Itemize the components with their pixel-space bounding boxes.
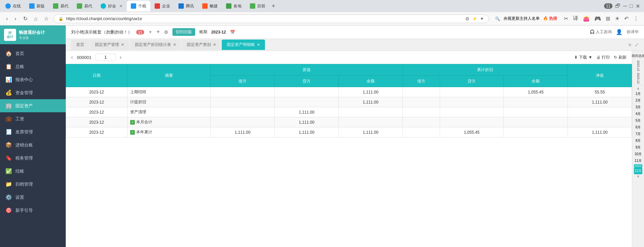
period-month-item[interactable]: 7月 [634,131,642,137]
hot-search-label[interactable]: 🔥 热搜 [543,16,557,21]
minimize-icon[interactable]: ─ [623,3,627,9]
sidebar-item-home[interactable]: 🏠 首页 [0,47,66,60]
print-button[interactable]: 🖨 打印 [596,55,610,60]
sidebar-item-guide[interactable]: 🎯 新手引导 [0,204,66,217]
period-month-item[interactable]: 4月 [634,111,642,117]
tab-muqian[interactable]: 目前 [246,1,269,11]
back-button[interactable]: ‹ [4,15,10,22]
tab-collapse-icon[interactable]: ✕ [628,42,632,48]
sidebar-item-tax[interactable]: 🔖 税务管理 [0,151,66,165]
forward-button[interactable]: › [12,15,18,22]
page-tab-close-fixed-assets-mgmt[interactable]: ✕ [121,43,124,47]
grid-icon[interactable]: ⊞ [604,15,611,22]
table-row[interactable]: 2023-12 +本年累计 1,111.00 1,111.00 1,111.00… [66,127,632,137]
sidebar-item-settings[interactable]: ⚙️ 设置 [0,191,66,204]
refresh-nav-button[interactable]: ↻ [21,15,30,22]
page-tab-close-asset-category[interactable]: ✕ [213,43,216,47]
page-tab-home[interactable]: 首页 [71,40,89,50]
scroll-down-button[interactable]: ▼ [636,174,640,179]
download-button[interactable]: ⬇ 下载 ▼ [574,55,592,60]
service-button[interactable]: 🎧 人工咨询 [590,29,612,35]
tab-label-changjie: 畅捷 [210,3,218,9]
sidebar-item-label-archive: 归档管理 [15,181,33,187]
page-number-input[interactable] [96,54,116,61]
tab-expand-icon[interactable]: ⤢ [635,42,639,48]
sidebar-item-reports[interactable]: 📊 报表中心 [0,73,66,86]
tab-yidai1[interactable]: 易代 [49,1,72,11]
tab-tengxun[interactable]: 腾讯 [174,1,198,11]
sidebar-item-funds[interactable]: 💰 资金管理 [0,86,66,99]
tab-online[interactable]: 在线 [1,1,25,11]
period-month-item[interactable]: 8月 [634,137,642,144]
table-row[interactable]: 2023-12 上期结转 1,111.00 1,055.45 55.55 [66,87,632,97]
more-icon[interactable]: ⋮ [632,15,640,22]
user-name[interactable]: 徐译华 [627,29,639,35]
period-month-item[interactable]: 1月 [634,90,642,97]
page-tab-close-depreciation-summary[interactable]: ✕ [173,43,176,47]
table-row[interactable]: 2023-12 计提折旧 1,111.00 1,111.00 [66,97,632,107]
table-row[interactable]: 2023-12 资产清理 1,111.00 [66,107,632,117]
table-row[interactable]: 2023-12 +本月合计 1,111.00 [66,117,632,127]
tab-changjie[interactable]: 畅捷 [198,1,222,11]
period-switch-button[interactable]: 切到旧版 [172,28,195,36]
period-month-item[interactable]: 5月 [634,117,642,124]
period-month-item[interactable]: 3月 [634,104,642,111]
page-tab-depreciation-summary[interactable]: 固定资产折旧统计表 ✕ [130,40,181,50]
sidebar-item-invoice[interactable]: 🧾 发票管理 [0,125,66,138]
period-month-item[interactable]: 2月 [634,97,642,104]
main-content: 刘小艳演示账套（勿删勿动！） 11 ▼ + ⚙ 切到旧版 账期 2023-12 … [66,25,644,247]
next-page-button[interactable]: › [120,54,121,60]
sidebar-item-archive[interactable]: 📁 归档管理 [0,178,66,191]
tab-haohui[interactable]: 好会 ✕ [97,1,126,11]
period-month-item[interactable]: 6月 [634,124,642,131]
close-window-icon[interactable]: ✕ [636,3,640,9]
sidebar-item-close[interactable]: ✅ 结账 [0,165,66,178]
cut-icon[interactable]: ✂ [562,15,570,22]
sidebar-item-sales[interactable]: 📦 进销台账 [0,138,66,151]
period-value: 2023-12 [211,30,226,35]
row-icon: + [130,120,135,125]
page-tab-close-asset-ledger[interactable]: ✕ [257,43,260,47]
period-month-item[interactable]: 11月 [634,158,642,164]
tab-yidai2[interactable]: 易代 [73,1,96,11]
sidebar-item-label-home: 首页 [15,51,24,57]
new-tab-button[interactable]: + [270,3,277,10]
period-date-1[interactable]: 2023.12 [636,60,641,72]
account-dropdown-icon[interactable]: ▼ [148,30,152,35]
translate-icon[interactable]: 译 [572,14,580,23]
home-button[interactable]: ⌂ [32,15,40,22]
period-month-item[interactable]: 10月 [634,151,642,158]
download-dropdown-icon[interactable]: ▼ [588,55,592,60]
scroll-up-button[interactable]: ▲ [636,86,640,90]
period-month-item[interactable]: 9月 [634,144,642,151]
restore-icon[interactable]: 🗗 [615,3,621,9]
tab-geshui[interactable]: 个税 [127,1,150,11]
refresh-button[interactable]: ↻ 刷新 [614,55,627,60]
history-icon[interactable]: ↶ [623,15,630,22]
calendar-icon[interactable]: 📅 [230,30,235,35]
bookmark-button[interactable]: ☆ [42,15,51,22]
brightness-icon[interactable]: ☀ [613,15,621,22]
period-date-2[interactable]: 2023.12 [636,72,641,84]
sidebar-item-fixed-assets[interactable]: 🏢 固定资产 [0,99,66,112]
wallet-icon[interactable]: 👛 [582,15,591,22]
tab-new[interactable]: 新版 [25,1,49,11]
url-dropdown-icon[interactable]: ▼ [480,16,484,21]
sidebar-logo: 好会计 [4,29,16,41]
account-settings-button[interactable]: ⚙ [164,29,168,35]
url-bar[interactable]: 🔒 https://cloud.chanjet.com/accounting/u… [53,14,489,23]
tab-close-haohui[interactable]: ✕ [119,4,122,8]
prev-page-button[interactable]: ‹ [71,54,73,60]
page-tab-fixed-assets-mgmt[interactable]: 固定资产管理 ✕ [90,40,129,50]
page-tab-asset-category[interactable]: 固定资产类别 ✕ [182,40,221,50]
page-tab-asset-ledger[interactable]: 固定资产明细账 ✕ [222,40,265,50]
game-icon[interactable]: 🎮 [593,15,602,22]
sidebar-item-payroll[interactable]: 💼 工资 [0,112,66,125]
tab-gedi[interactable]: 各地 [222,1,246,11]
maximize-icon[interactable]: □ [630,3,633,9]
th-summary: 摘要 [127,64,211,87]
add-account-button[interactable]: + [156,28,160,36]
sidebar-item-ledger[interactable]: 📋 总账 [0,60,66,73]
tab-qiye[interactable]: 企业 [151,1,174,11]
period-month-item[interactable]: 12月 [634,168,642,174]
